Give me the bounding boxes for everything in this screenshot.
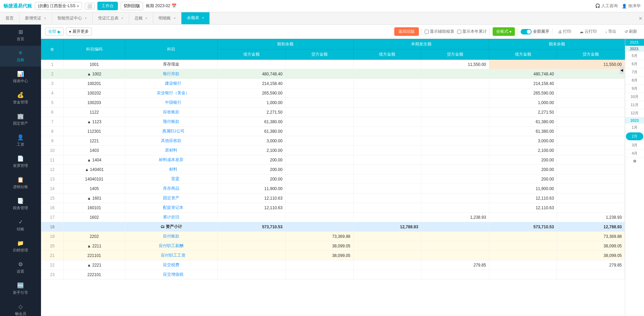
account-name-link[interactable]: 材料成本差异	[159, 157, 183, 162]
account-name-link[interactable]: 应付职工工资	[161, 253, 186, 258]
account-name-link[interactable]: 配提资记本	[163, 205, 183, 210]
tab-balance[interactable]: 余额表 ×	[181, 12, 210, 24]
row-name[interactable]: 应付账款	[125, 232, 218, 241]
export-button[interactable]: ↓ 导出	[602, 27, 619, 36]
refresh-button[interactable]: ↺ 刷新	[622, 27, 640, 36]
expand-all-toggle[interactable]: 全部展开	[521, 29, 549, 34]
print-button[interactable]: 🖨 打印	[555, 27, 574, 36]
close-all-tabs-button[interactable]: ✕	[639, 16, 643, 21]
company-selector[interactable]: (勿删) 江西股全-LSS ▾	[35, 2, 82, 10]
row-name[interactable]: 惠属EU公司	[125, 127, 218, 136]
row-name[interactable]: 应付职工工资	[125, 251, 218, 260]
tab-close-smart-voucher[interactable]: ×	[85, 16, 87, 20]
row-name[interactable]: 建设银行	[125, 79, 218, 88]
right-panel-month-10[interactable]: 10月	[625, 93, 644, 101]
right-panel-month-4[interactable]: 4月	[625, 149, 644, 158]
expand-all-switch[interactable]	[521, 29, 532, 34]
sidebar-item-archive[interactable]: 📁 归档管理	[0, 236, 41, 257]
sidebar-item-member[interactable]: ◇ 畅会员	[0, 299, 41, 316]
row-name[interactable]: 应付职工薪酬	[125, 241, 218, 251]
right-panel-month-12[interactable]: 12月	[625, 109, 644, 117]
account-name-link[interactable]: 库存商品	[163, 186, 179, 191]
ytd-checkbox-input[interactable]	[457, 30, 461, 34]
account-name-link[interactable]: 中国银行	[165, 100, 181, 105]
right-panel-month-1[interactable]: 1月	[625, 124, 644, 132]
workspace-button[interactable]: 工作台	[97, 2, 118, 10]
tab-close-ledger[interactable]: ×	[146, 16, 148, 20]
consult-link[interactable]: 🎧 人工咨询	[595, 3, 618, 9]
tab-close-balance[interactable]: ×	[202, 16, 204, 20]
row-name[interactable]: 库存商品	[125, 184, 218, 193]
aux-checkbox-input[interactable]	[425, 30, 429, 34]
format-button[interactable]: 全账式 ▾	[493, 27, 515, 36]
copy-button[interactable]: ⬜	[85, 3, 95, 10]
sidebar-item-tax[interactable]: 📑 税务管理	[0, 193, 41, 215]
right-panel-month-5[interactable]: 5月	[625, 52, 644, 60]
sidebar-item-invoice[interactable]: 📄 发票管理	[0, 151, 41, 172]
account-name-link[interactable]: 银行存款	[163, 71, 179, 76]
row-name[interactable]: 材料成本差异	[125, 155, 218, 165]
row-name[interactable]: 预付账款	[125, 117, 218, 127]
sidebar-item-guide[interactable]: 🆕 新手引导	[0, 278, 41, 299]
account-name-link[interactable]: 应付账款	[163, 234, 179, 239]
row-name[interactable]: 固定资产	[125, 193, 218, 203]
account-name-link[interactable]: 应交增值税	[163, 272, 183, 277]
sidebar-item-close[interactable]: ✓ 结账	[0, 215, 41, 236]
row-name[interactable]: 雷霆	[125, 174, 218, 184]
right-panel-month-6[interactable]: 6月	[625, 60, 644, 68]
row-name[interactable]: 应收账款	[125, 107, 218, 117]
row-name[interactable]: 中国银行	[125, 98, 218, 107]
row-name[interactable]: 材料	[125, 165, 218, 174]
account-name-link[interactable]: 应付职工薪酬	[159, 243, 183, 248]
sidebar-item-settings[interactable]: ⚙ 设置	[0, 257, 41, 278]
right-panel-settings-icon[interactable]: ⚙	[625, 158, 644, 165]
tab-ledger[interactable]: 总账 ×	[129, 13, 153, 24]
right-panel-month-2[interactable]: 2月	[626, 132, 643, 141]
account-name-link[interactable]: 材料	[169, 167, 177, 172]
row-name[interactable]: 应交增值税	[125, 270, 218, 279]
account-name-link[interactable]: 其他应收款	[161, 138, 181, 143]
right-panel-month-3[interactable]: 3月	[625, 141, 644, 149]
return-old-version-button[interactable]: 返回旧版	[394, 27, 419, 36]
sidebar-item-capital[interactable]: 💰 资金管理	[0, 88, 41, 109]
tab-new-voucher[interactable]: 新增凭证 ×	[19, 13, 52, 24]
sidebar-item-fixed-assets[interactable]: 🏢 固定资产	[0, 109, 41, 130]
sidebar-item-home[interactable]: ⊞ 首页	[0, 25, 41, 46]
tab-smart-voucher[interactable]: 智能凭证中心 ×	[52, 13, 93, 24]
sidebar-item-sales[interactable]: 📋 进销台账	[0, 172, 41, 193]
right-panel-month-11[interactable]: 11月	[625, 101, 644, 109]
tab-voucher-summary[interactable]: 凭证汇总表 ×	[93, 13, 129, 24]
row-name[interactable]: 其他应收款	[125, 136, 218, 146]
account-name-link[interactable]: 农业银行（美金）	[157, 90, 190, 95]
th-gear[interactable]: ⚙	[41, 39, 64, 60]
right-panel-toggle-button[interactable]: ◀	[620, 66, 624, 74]
switch-version-button[interactable]: 切到旧版	[121, 2, 143, 10]
row-name[interactable]: 银行存款	[125, 69, 218, 79]
show-ytd-checkbox[interactable]: 显示本年累计	[457, 29, 487, 34]
account-name-link[interactable]: 累计折旧	[163, 215, 179, 219]
right-panel-month-9[interactable]: 9月	[625, 85, 644, 93]
account-name-link[interactable]: 惠属EU公司	[162, 129, 184, 133]
row-name[interactable]: 累计折旧	[125, 213, 218, 222]
row-name[interactable]: 原材料	[125, 146, 218, 155]
account-name-link[interactable]: 应收账款	[163, 110, 179, 114]
show-aux-checkbox[interactable]: 显示辅助核算	[425, 29, 454, 34]
account-name-link[interactable]: 固定资产	[163, 196, 179, 200]
account-name-link[interactable]: 原材料	[165, 148, 177, 153]
sidebar-item-reports[interactable]: 📊 报表中心	[0, 67, 41, 88]
account-name-link[interactable]: 建设银行	[165, 81, 181, 86]
tab-close-detail[interactable]: ×	[174, 16, 176, 20]
sidebar-item-payroll[interactable]: 👤 工资	[0, 130, 41, 151]
right-panel-month-7[interactable]: 7月	[625, 68, 644, 76]
row-name[interactable]: 应交税费	[125, 260, 218, 270]
tab-close-voucher-summary[interactable]: ×	[121, 16, 123, 20]
expand-more-button[interactable]: ▾ 展开更多	[66, 27, 92, 36]
account-name-link[interactable]: 应交税费	[163, 262, 179, 267]
tab-detail[interactable]: 明细账 ×	[153, 13, 181, 24]
cloud-print-button[interactable]: ☁ 云打印	[577, 27, 600, 36]
tab-close-new-voucher[interactable]: ×	[44, 16, 46, 20]
right-panel-month-8[interactable]: 8月	[625, 76, 644, 85]
sidebar-item-ledger[interactable]: ≡ 总账	[0, 46, 41, 67]
tab-home[interactable]: 首页	[0, 13, 19, 24]
account-name-link[interactable]: 雷霆	[171, 176, 179, 181]
